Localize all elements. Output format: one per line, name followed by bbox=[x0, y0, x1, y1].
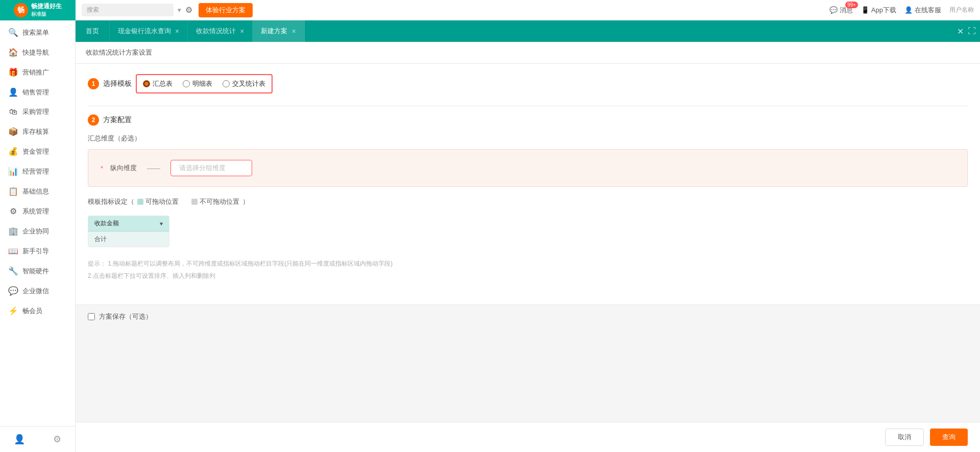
top-bar: 畅 畅捷通好生 标准版 搜索 ▾ ⚙ 体验行业方案 💬 消息 99+ 📱 App… bbox=[0, 0, 980, 20]
app-download-item[interactable]: 📱 App下载 bbox=[861, 6, 896, 15]
sidebar-item-corp[interactable]: 🏢 企业协同 bbox=[0, 221, 75, 241]
indicator-settings-label: 模板指标设定（ 可拖动位置 不可拖动位置 ） bbox=[88, 197, 968, 206]
tab-collection-stat[interactable]: 收款情况统计 × bbox=[188, 20, 253, 42]
tab-new-plan[interactable]: 新建方案 × bbox=[253, 20, 304, 42]
sidebar-item-inventory[interactable]: 📦 库存核算 bbox=[0, 122, 75, 141]
required-marker: * bbox=[101, 164, 103, 172]
radio-detail-input[interactable] bbox=[183, 80, 190, 87]
sidebar-bottom-settings[interactable]: ⚙ bbox=[50, 431, 64, 448]
cancel-button[interactable]: 取消 bbox=[885, 429, 924, 446]
logo-icon: 畅 bbox=[14, 3, 28, 17]
sidebar-item-marketing[interactable]: 🎁 营销推广 bbox=[0, 62, 75, 82]
tab-close-all-icon[interactable]: ✕ bbox=[957, 27, 964, 36]
form-area: 1 选择模板 汇总表 明细表 bbox=[76, 64, 980, 304]
sidebar-item-label: 系统管理 bbox=[22, 207, 49, 216]
wechat-icon: 💬 bbox=[8, 286, 18, 296]
online-service-item[interactable]: 👤 在线客服 bbox=[904, 6, 941, 15]
sidebar-item-label: 快捷导航 bbox=[22, 48, 49, 57]
step2-section: 2 方案配置 汇总维度（必选） * 纵向维度 —— 请选择分组维度 bbox=[88, 114, 968, 282]
sidebar-item-label: 资金管理 bbox=[22, 147, 49, 156]
service-icon: 👤 bbox=[904, 6, 913, 14]
query-button[interactable]: 查询 bbox=[930, 429, 968, 446]
indicator-dropdown-icon[interactable]: ▾ bbox=[160, 220, 163, 227]
sidebar-bottom: 👤 ⚙ bbox=[0, 426, 75, 452]
radio-cross-input[interactable] bbox=[223, 80, 230, 87]
vertical-dim-label: 纵向维度 bbox=[110, 163, 137, 173]
tab-close-collection-stat[interactable]: × bbox=[240, 27, 244, 35]
sidebar-item-sales[interactable]: 👤 销售管理 bbox=[0, 82, 75, 102]
inventory-icon: 📦 bbox=[8, 127, 18, 136]
step1-section: 1 选择模板 汇总表 明细表 bbox=[88, 74, 968, 93]
sidebar-item-label: 智能硬件 bbox=[22, 267, 49, 276]
save-checkbox[interactable] bbox=[88, 313, 95, 320]
sidebar-nav: 🔍 搜索菜单 🏠 快捷导航 🎁 营销推广 👤 销售管理 🛍 采购管理 📦 bbox=[0, 20, 75, 426]
radio-detail[interactable]: 明细表 bbox=[183, 79, 212, 88]
dimension-selector[interactable]: 请选择分组维度 bbox=[170, 160, 252, 176]
indicator-table-cell: 合计 bbox=[88, 231, 169, 247]
guide-icon: 📖 bbox=[8, 246, 18, 256]
sidebar-item-operations[interactable]: 📊 经营管理 bbox=[0, 161, 75, 181]
dropdown-arrow-icon[interactable]: ▾ bbox=[178, 6, 181, 14]
tab-bank-flow[interactable]: 现金银行流水查询 × bbox=[110, 20, 188, 42]
sidebar-item-label: 经营管理 bbox=[22, 167, 49, 176]
base-info-icon: 📋 bbox=[8, 186, 18, 196]
bottom-settings-icon: ⚙ bbox=[53, 434, 61, 445]
sidebar-item-base-info[interactable]: 📋 基础信息 bbox=[0, 181, 75, 201]
radio-summary-input[interactable] bbox=[143, 80, 150, 87]
page-content: 收款情况统计方案设置 1 选择模板 汇总表 bbox=[76, 42, 980, 422]
tab-bar: 首页 现金银行流水查询 × 收款情况统计 × 新建方案 × ✕ ⛶ bbox=[76, 20, 980, 42]
sidebar-item-purchase[interactable]: 🛍 采购管理 bbox=[0, 102, 75, 122]
tab-home[interactable]: 首页 bbox=[76, 20, 110, 42]
sidebar-item-label: 库存核算 bbox=[22, 127, 49, 136]
radio-summary-label: 汇总表 bbox=[153, 79, 173, 88]
step2-label: 方案配置 bbox=[103, 115, 132, 125]
indicator-table: 收款金额 ▾ 合计 bbox=[88, 216, 169, 247]
user-avatar-icon: 👤 bbox=[14, 434, 25, 445]
sidebar-item-finance[interactable]: 💰 资金管理 bbox=[0, 141, 75, 161]
arrow-icon: —— bbox=[147, 164, 160, 172]
sidebar-item-label: 企业微信 bbox=[22, 287, 49, 296]
sidebar-item-wechat[interactable]: 💬 企业微信 bbox=[0, 281, 75, 301]
indicator-section: 模板指标设定（ 可拖动位置 不可拖动位置 ） bbox=[88, 197, 968, 247]
sidebar-item-member[interactable]: ⚡ 畅会员 bbox=[0, 301, 75, 321]
sidebar-item-quick-nav[interactable]: 🏠 快捷导航 bbox=[0, 42, 75, 62]
sidebar: 🔍 搜索菜单 🏠 快捷导航 🎁 营销推广 👤 销售管理 🛍 采购管理 📦 bbox=[0, 20, 76, 452]
radio-detail-label: 明细表 bbox=[192, 79, 212, 88]
legend-draggable: 可拖动位置 bbox=[137, 197, 179, 206]
radio-summary[interactable]: 汇总表 bbox=[143, 79, 173, 88]
top-search-box: 搜索 bbox=[82, 4, 174, 16]
breadcrumb: 收款情况统计方案设置 bbox=[86, 49, 152, 56]
template-radio-group: 汇总表 明细表 交叉统计表 bbox=[136, 74, 273, 93]
notification-item[interactable]: 💬 消息 99+ bbox=[829, 6, 853, 15]
corp-icon: 🏢 bbox=[8, 226, 18, 236]
notification-badge: 99+ bbox=[845, 2, 858, 8]
system-icon: ⚙ bbox=[8, 206, 18, 216]
sidebar-item-system[interactable]: ⚙ 系统管理 bbox=[0, 201, 75, 221]
page-header: 收款情况统计方案设置 bbox=[76, 42, 980, 64]
dimension-config: 汇总维度（必选） * 纵向维度 —— 请选择分组维度 bbox=[88, 134, 968, 187]
operations-icon: 📊 bbox=[8, 166, 18, 176]
tab-expand-icon[interactable]: ⛶ bbox=[968, 27, 976, 36]
radio-cross[interactable]: 交叉统计表 bbox=[223, 79, 265, 88]
footer-bar: 取消 查询 bbox=[76, 422, 980, 452]
settings-icon[interactable]: ⚙ bbox=[185, 5, 192, 15]
sidebar-bottom-user[interactable]: 👤 bbox=[11, 431, 28, 448]
indicator-table-header[interactable]: 收款金额 ▾ bbox=[88, 216, 169, 231]
legend-separator bbox=[182, 197, 188, 206]
tip-line2: 2.点击标题栏下拉可设置排序、插入列和删除列 bbox=[88, 270, 968, 282]
dimension-row: * 纵向维度 —— 请选择分组维度 bbox=[101, 160, 955, 176]
tips-section: 提示： 1.拖动标题栏可以调整布局，不可跨维度或指标区域拖动栏目字段(只能在同一… bbox=[88, 257, 968, 282]
sidebar-item-guide[interactable]: 📖 新手引导 bbox=[0, 241, 75, 261]
sidebar-item-label: 畅会员 bbox=[22, 306, 42, 316]
search-menu-icon: 🔍 bbox=[8, 28, 18, 37]
tab-close-bank-flow[interactable]: × bbox=[175, 27, 179, 35]
save-label: 方案保存（可选） bbox=[99, 312, 152, 321]
sidebar-item-hardware[interactable]: 🔧 智能硬件 bbox=[0, 261, 75, 281]
user-name: 用户名称 bbox=[949, 6, 974, 14]
logo-text: 畅捷通好生 标准版 bbox=[31, 3, 62, 17]
hardware-icon: 🔧 bbox=[8, 266, 18, 276]
content-area: 首页 现金银行流水查询 × 收款情况统计 × 新建方案 × ✕ ⛶ 收款情况统计… bbox=[76, 20, 980, 452]
trial-btn[interactable]: 体验行业方案 bbox=[199, 3, 253, 17]
sidebar-item-search-menu[interactable]: 🔍 搜索菜单 bbox=[0, 22, 75, 42]
tab-close-new-plan[interactable]: × bbox=[291, 27, 296, 35]
